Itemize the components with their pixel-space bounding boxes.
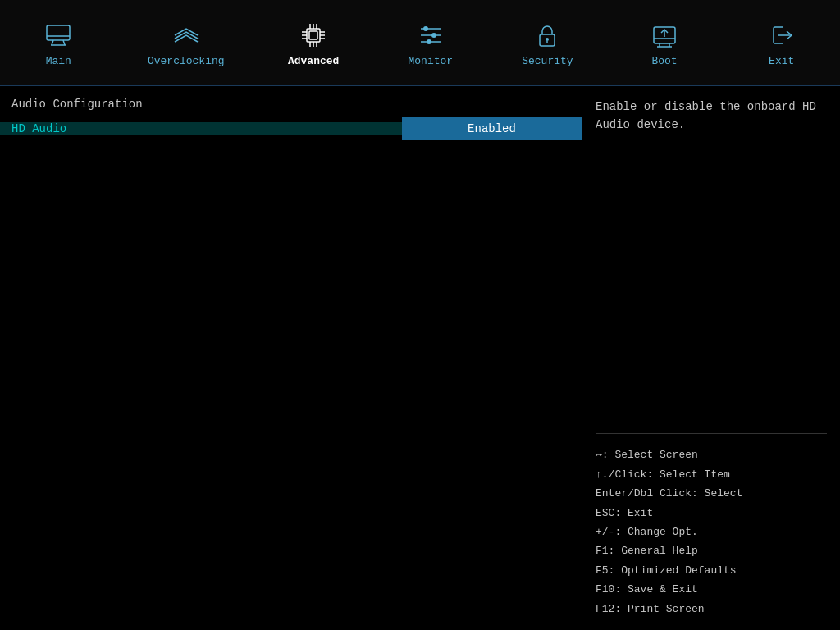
nav-label-boot: Boot [651, 55, 677, 67]
help-text: Enable or disable the onboard HD Audio d… [596, 98, 827, 135]
nav-label-security: Security [522, 55, 573, 67]
svg-line-1 [52, 40, 53, 45]
cpu-icon [299, 21, 328, 50]
left-panel: Audio Configuration HD Audio Enabled [0, 86, 582, 630]
boot-icon [650, 21, 679, 50]
config-label-hd-audio: HD Audio [0, 122, 402, 135]
shortcut-item: F1: General Help [596, 541, 827, 560]
shortcut-item: F10: Save & Exit [596, 580, 827, 599]
svg-line-2 [63, 40, 65, 45]
shortcut-item: ↑↓/Click: Select Item [596, 465, 827, 484]
right-panel: Enable or disable the onboard HD Audio d… [582, 86, 840, 630]
nav-label-overclocking: Overclocking [148, 55, 225, 67]
section-title: Audio Configuration [0, 98, 582, 117]
nav-label-main: Main [46, 55, 71, 67]
shortcut-item: Enter/Dbl Click: Select [596, 484, 827, 503]
nav-label-exit: Exit [769, 55, 794, 67]
nav-label-advanced: Advanced [288, 55, 339, 67]
nav-item-boot[interactable]: Boot [623, 16, 705, 72]
config-row-hd-audio[interactable]: HD Audio Enabled [0, 117, 582, 140]
monitor-icon [43, 21, 73, 50]
svg-point-22 [423, 26, 428, 31]
nav-item-main[interactable]: Main [17, 16, 99, 72]
shortcut-item: F12: Print Screen [596, 600, 827, 619]
shortcut-item: F5: Optimized Defaults [596, 561, 827, 580]
svg-point-26 [546, 38, 549, 41]
shortcuts-panel: ↔: Select Screen↑↓/Click: Select ItemEnt… [596, 433, 827, 619]
shortcut-item: ↔: Select Screen [596, 445, 827, 464]
nav-label-monitor: Monitor [409, 55, 454, 67]
lock-icon [532, 21, 562, 50]
nav-item-monitor[interactable]: Monitor [390, 16, 472, 72]
exit-icon [767, 21, 797, 50]
shortcut-item: ESC: Exit [596, 504, 827, 523]
nav-item-exit[interactable]: Exit [741, 16, 823, 72]
svg-rect-6 [309, 31, 317, 39]
svg-point-23 [431, 33, 436, 38]
nav-item-advanced[interactable]: Advanced [272, 16, 354, 72]
svg-rect-0 [47, 25, 70, 40]
shortcut-item: +/-: Change Opt. [596, 523, 827, 541]
svg-point-24 [427, 39, 431, 44]
nav-item-security[interactable]: Security [506, 16, 588, 72]
config-value-hd-audio[interactable]: Enabled [402, 117, 582, 140]
sliders-icon [416, 21, 445, 50]
main-content: Audio Configuration HD Audio Enabled Ena… [0, 86, 840, 630]
nav-item-overclocking[interactable]: Overclocking [135, 16, 238, 72]
nav-bar: Main Overclocking [0, 0, 840, 86]
layers-icon [171, 21, 201, 50]
